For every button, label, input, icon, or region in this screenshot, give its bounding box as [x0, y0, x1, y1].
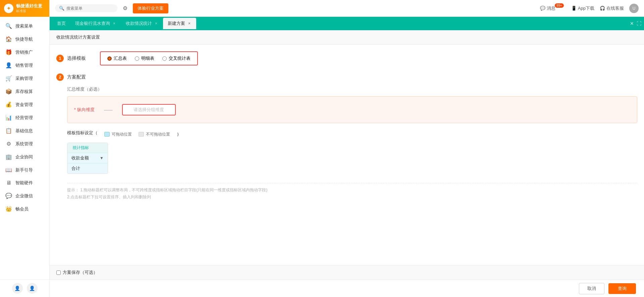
page-header-title: 收款情况统计方案设置 — [56, 35, 100, 40]
gear-icon: ⚙ — [5, 141, 12, 147]
consult-label: 在线客服 — [606, 5, 624, 11]
sidebar-item-search-menu[interactable]: 🔍 搜索菜单 — [0, 19, 49, 33]
radio-detail[interactable]: 明细表 — [135, 55, 154, 61]
sidebar-avatar-1[interactable]: 👤 — [12, 283, 23, 294]
sidebar-item-label: 营销推广 — [15, 49, 33, 55]
radio-summary-label: 汇总表 — [114, 55, 127, 61]
hint-nodrag: 不可拖动位置 — [139, 132, 170, 137]
save-plan-checkbox[interactable] — [56, 270, 61, 275]
section-2-number: 2 — [56, 73, 64, 81]
sidebar-avatar-2[interactable]: 👤 — [27, 283, 38, 294]
metrics-cell-payment[interactable]: 收款金额 ▼ — [67, 153, 108, 163]
industry-btn[interactable]: 体验行业方案 — [133, 3, 168, 13]
sidebar-item-label: 新手引导 — [15, 167, 33, 173]
draggable-label: 可拖动位置 — [112, 132, 132, 137]
save-plan-checkbox-label[interactable]: 方案保存（可选） — [56, 269, 98, 276]
headset-icon: 🎧 — [600, 6, 605, 11]
no-drag-label: 不可拖动位置 — [146, 132, 170, 137]
cancel-button[interactable]: 取消 — [579, 283, 604, 294]
select-placeholder: 请选择分组维度 — [133, 107, 164, 112]
metrics-col: 收款金额 ▼ 合计 — [67, 153, 108, 174]
section-2: 2 方案配置 汇总维度（必选） * 纵向维度 —— 请选择分组维度 — [56, 73, 637, 205]
home-icon: 🏠 — [5, 36, 12, 42]
sidebar-item-label: 基础信息 — [15, 128, 33, 134]
logo-text-area: 畅捷通好生意 标准版 — [16, 3, 42, 13]
tab-receipt-stat-close[interactable]: × — [154, 21, 158, 26]
sidebar-item-guide[interactable]: 📖 新手引导 — [0, 163, 49, 177]
tip-2: 2.点击标题栏下拉可设置排序、插入列和删除列 — [67, 194, 637, 200]
tab-receipt-stat[interactable]: 收款情况统计 × — [121, 18, 163, 29]
settings-icon[interactable]: ⚙ — [121, 4, 129, 13]
grouping-dimension-select[interactable]: 请选择分组维度 — [122, 104, 176, 115]
metrics-subtotal: 合计 — [67, 163, 108, 174]
sidebar-item-basic-info[interactable]: 📋 基础信息 — [0, 124, 49, 137]
metrics-section: 模板指标设定（ 可拖动位置 不可拖动位置 ） — [67, 130, 637, 175]
search-menu-icon: 🔍 — [5, 23, 12, 29]
tab-home[interactable]: 首页 — [52, 18, 70, 29]
logo-badge: 标准版 — [16, 9, 42, 13]
search-input[interactable] — [66, 6, 113, 11]
topbar: 🔍 ⚙ 体验行业方案 💬 消息 99+ 📱 App下载 🎧 在线客服 U — [50, 0, 644, 17]
sidebar-item-hardware[interactable]: 🖥 智能硬件 — [0, 177, 49, 189]
sub-label: 汇总维度（必选） — [67, 86, 637, 92]
sidebar-item-label: 企业协同 — [15, 154, 33, 160]
sidebar-item-member[interactable]: 👑 畅会员 — [0, 202, 49, 215]
tab-bank-flow-close[interactable]: × — [112, 21, 116, 26]
user-avatar[interactable]: U — [629, 4, 639, 13]
topbar-actions: 💬 消息 99+ 📱 App下载 🎧 在线客服 U — [540, 4, 639, 13]
page-body: 1 选择模板 汇总表 明细表 — [50, 45, 644, 265]
sidebar-item-system[interactable]: ⚙ 系统管理 — [0, 137, 49, 150]
sidebar-bottom: 👤 👤 — [0, 279, 49, 297]
tab-new-plan-close[interactable]: × — [187, 21, 192, 26]
sidebar-item-label: 销售管理 — [15, 62, 33, 68]
sidebar-item-purchase[interactable]: 🛒 采购管理 — [0, 72, 49, 85]
vertical-label: * 纵向维度 — [74, 107, 95, 113]
tab-bank-flow[interactable]: 现金银行流水查询 × — [70, 18, 121, 29]
sidebar-item-finance[interactable]: 💰 资金管理 — [0, 98, 49, 111]
radio-summary[interactable]: 汇总表 — [107, 55, 127, 61]
search-box[interactable]: 🔍 — [55, 4, 117, 12]
message-action[interactable]: 💬 消息 99+ — [540, 5, 566, 11]
sidebar-item-corp[interactable]: 🏢 企业协同 — [0, 150, 49, 163]
sidebar-logo: ✦ 畅捷通好生意 标准版 — [0, 0, 49, 17]
radio-summary-input[interactable] — [107, 56, 112, 61]
clipboard-icon: 📋 — [5, 128, 12, 134]
sidebar-item-sales[interactable]: 👤 销售管理 — [0, 59, 49, 72]
download-action[interactable]: 📱 App下载 — [571, 5, 594, 11]
tabs-close-all-icon[interactable]: ✕ — [630, 21, 634, 26]
tabs-controls: ✕ ⛶ — [630, 21, 641, 26]
radio-cross[interactable]: 交叉统计表 — [162, 55, 191, 61]
metrics-table-header: 统计指标 — [67, 143, 108, 153]
nodrag-indicator — [139, 132, 144, 137]
sidebar-item-marketing[interactable]: 🎁 营销推广 — [0, 46, 49, 59]
sidebar-item-operation[interactable]: 📊 经营管理 — [0, 111, 49, 124]
section-1-title: 选择模板 — [67, 55, 86, 61]
radio-cross-label: 交叉统计表 — [169, 55, 191, 61]
save-plan-label: 方案保存（可选） — [63, 269, 98, 276]
sidebar-item-label: 资金管理 — [15, 102, 33, 108]
message-badge: 99+ — [555, 3, 564, 8]
tab-new-plan[interactable]: 新建方案 × — [163, 18, 196, 29]
action-bar: 取消 查询 — [50, 280, 644, 297]
tabs-expand-icon[interactable]: ⛶ — [637, 21, 641, 26]
sidebar-item-quick-nav[interactable]: 🏠 快捷导航 — [0, 33, 49, 46]
radio-cross-input[interactable] — [162, 56, 167, 61]
sidebar-nav: 🔍 搜索菜单 🏠 快捷导航 🎁 营销推广 👤 销售管理 🛒 采购管理 📦 库存核… — [0, 17, 49, 279]
section-1-header: 1 选择模板 汇总表 明细表 — [56, 51, 637, 65]
sidebar-item-inventory[interactable]: 📦 库存核算 — [0, 85, 49, 98]
cart-icon: 🛒 — [5, 75, 12, 82]
building-icon: 🏢 — [5, 154, 12, 160]
message-icon: 💬 — [540, 6, 545, 11]
download-label: App下载 — [578, 5, 594, 11]
sidebar-item-wechat[interactable]: 💬 企业微信 — [0, 189, 49, 202]
radio-detail-input[interactable] — [135, 56, 139, 61]
sidebar-item-label: 搜索菜单 — [15, 23, 33, 29]
consult-action[interactable]: 🎧 在线客服 — [600, 5, 624, 11]
user-icon: 👤 — [5, 62, 12, 68]
sidebar-item-label: 库存核算 — [15, 89, 33, 95]
query-button[interactable]: 查询 — [608, 283, 636, 294]
monitor-icon: 🖥 — [5, 180, 12, 186]
sidebar-item-label: 快捷导航 — [15, 36, 33, 42]
metrics-header-text: 模板指标设定（ — [67, 130, 98, 136]
book-icon: 📖 — [5, 167, 12, 173]
